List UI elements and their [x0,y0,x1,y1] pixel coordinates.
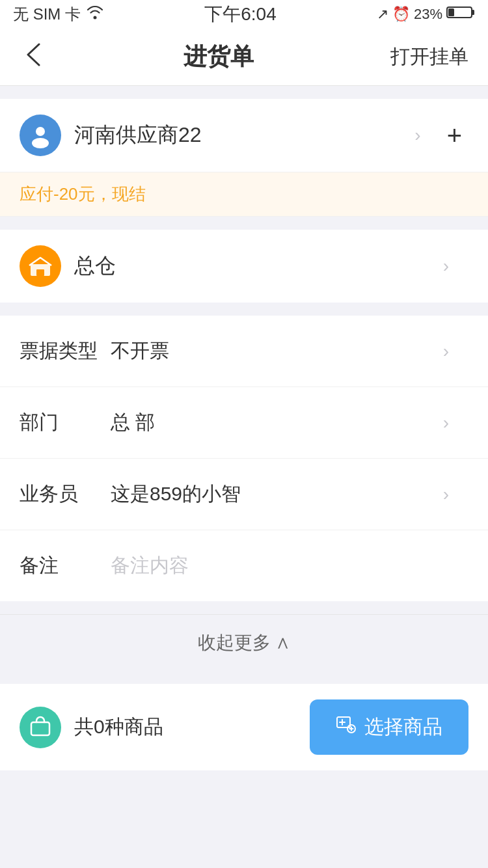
dept-row[interactable]: 部门 总 部 › [0,387,488,459]
staff-label: 业务员 [20,481,111,508]
open-pending-button[interactable]: 打开挂单 [390,44,468,70]
warehouse-card: 总仓 › [0,230,488,303]
nav-bar: 进货单 打开挂单 [0,29,488,86]
status-bar: 无 SIM 卡 下午6:04 ↗ ⏰ 23% [0,0,488,29]
invoice-row[interactable]: 票据类型 不开票 › [0,316,488,387]
svg-rect-6 [36,269,44,276]
section-gap-1 [0,86,488,99]
staff-row[interactable]: 业务员 这是859的小智 › [0,459,488,530]
status-time: 下午6:04 [204,2,277,27]
notice-bar: 应付-20元，现结 [0,172,488,217]
battery-label: 23% [414,6,442,23]
svg-rect-7 [31,722,49,735]
collapse-button[interactable]: 收起更多 ∧ [0,614,488,671]
carrier-label: 无 SIM 卡 [13,4,81,25]
status-left: 无 SIM 卡 [13,4,104,25]
dept-value: 总 部 [111,409,443,436]
warehouse-name: 总仓 [74,252,443,280]
page-title: 进货单 [183,41,254,73]
location-icon: ↗ [377,6,388,23]
section-gap-2 [0,217,488,230]
supplier-card: 河南供应商22 › + 应付-20元，现结 [0,99,488,217]
dept-chevron-icon: › [443,413,449,433]
status-right: ↗ ⏰ 23% [377,5,475,23]
product-icon [20,707,61,748]
form-section: 票据类型 不开票 › 部门 总 部 › 业务员 这是859的小智 › 备注 备注… [0,316,488,601]
select-product-label: 选择商品 [364,714,442,740]
svg-point-4 [32,138,49,148]
remark-row[interactable]: 备注 备注内容 [0,530,488,601]
svg-point-3 [36,127,45,136]
bottom-bar: 共0种商品 选择商品 [0,684,488,770]
product-count-label: 共0种商品 [74,714,310,740]
staff-value: 这是859的小智 [111,481,443,508]
svg-rect-2 [448,8,454,16]
warehouse-row[interactable]: 总仓 › [0,230,488,303]
battery-icon [446,5,475,23]
invoice-label: 票据类型 [20,338,111,364]
remark-input[interactable]: 备注内容 [111,552,468,579]
staff-chevron-icon: › [443,484,449,505]
alarm-icon: ⏰ [392,6,410,23]
add-button[interactable]: + [441,121,468,150]
svg-rect-1 [472,10,474,15]
supplier-name: 河南供应商22 [74,121,414,150]
invoice-chevron-icon: › [443,341,449,362]
page-background [0,770,488,868]
back-button[interactable] [20,36,47,78]
warehouse-chevron-icon: › [443,256,449,277]
warehouse-icon [20,245,61,287]
supplier-chevron-icon: › [414,125,420,146]
wifi-icon [86,5,104,23]
invoice-value: 不开票 [111,338,443,364]
supplier-avatar [20,115,61,156]
remark-label: 备注 [20,552,111,579]
select-product-button[interactable]: 选择商品 [310,699,468,755]
supplier-row[interactable]: 河南供应商22 › + [0,99,488,172]
select-product-icon [336,716,357,739]
dept-label: 部门 [20,409,111,436]
